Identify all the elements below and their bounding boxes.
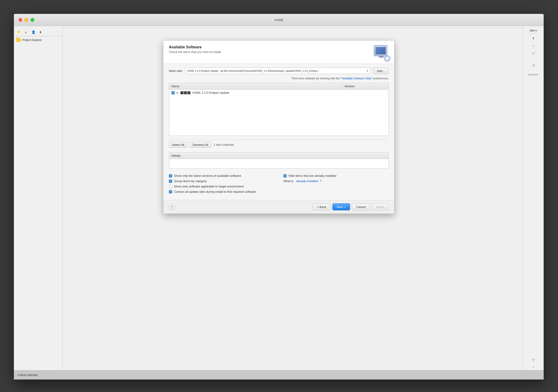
sites-text: Find more software by working with the [292, 77, 340, 80]
show-latest-checkbox[interactable]: ✓ [169, 174, 172, 177]
back-button[interactable]: < Back [313, 203, 331, 210]
status-bar: 0 items selected [14, 370, 544, 380]
sidebar-toolbar-btn-2[interactable]: ↙ [23, 29, 29, 35]
dialog-title: Available Software [169, 45, 222, 49]
details-header: Details [169, 152, 388, 159]
add-button[interactable]: Add... [373, 68, 389, 74]
table-row[interactable]: ✓ ▶ ⬛⬛⬛ KSDK 1.2.0 Eclipse Update [169, 89, 388, 96]
option-group-by-category: ✓ Group items by category [169, 179, 274, 183]
sidebar-toolbar-btn-3[interactable]: 👤 [30, 29, 36, 35]
show-latest-label: Show only the latest versions of availab… [174, 174, 241, 177]
window-body: 📁 ↙ 👤 ⬇ Project Explorer C/C++ T − □ [14, 26, 544, 380]
table-col-version: Version [342, 83, 388, 89]
option-contact-update-sites: ✓ Contact all update sites during instal… [169, 190, 274, 193]
option-show-applicable: Show only software applicable to target … [169, 185, 274, 188]
dialog-subtitle: Check the items that you wish to install… [169, 50, 222, 54]
maximize-button[interactable] [31, 18, 34, 22]
software-sites-row: Find more software by working with the "… [169, 77, 389, 80]
monitor-icon [374, 45, 387, 56]
group-by-category-checkbox[interactable]: ✓ [169, 180, 172, 183]
dialog-icon [374, 45, 389, 60]
tree-expand-arrow-icon[interactable]: ▶ [176, 91, 179, 94]
hide-installed-label: Hide items that are already installed [288, 174, 336, 177]
deselect-all-button[interactable]: Deselect All [190, 142, 211, 148]
show-applicable-checkbox[interactable] [169, 185, 172, 188]
main-window: Install 📁 ↙ 👤 ⬇ Project Explorer C/C++ [14, 14, 544, 380]
contact-update-sites-label: Contact all update sites during install … [174, 190, 256, 193]
sidebar-toolbar: 📁 ↙ 👤 ⬇ [14, 28, 62, 36]
table-header: Name Version [169, 83, 388, 89]
sidebar-toolbar-btn-1[interactable]: 📁 [16, 29, 22, 35]
hide-installed-checkbox[interactable]: ✓ [283, 174, 287, 177]
options-right: ✓ Hide items that are already installed … [283, 174, 389, 193]
monitor-screen [375, 47, 386, 54]
close-button[interactable] [18, 18, 22, 22]
dialog-overlay: Available Software Check the items that … [14, 38, 544, 380]
group-by-category-label: Group items by category [174, 179, 207, 183]
dialog-header: Available Software Check the items that … [163, 41, 394, 64]
work-with-label: Work with: [169, 69, 183, 73]
bottom-controls: Select All Deselect All 1 item selected [169, 139, 389, 149]
already-installed-link[interactable]: already installed [296, 179, 318, 183]
next-button[interactable]: Next > [332, 203, 350, 210]
dialog-footer: ? < Back Next > Cancel Finish [163, 200, 394, 214]
options-left: ✓ Show only the latest versions of avail… [169, 174, 274, 193]
dialog-header-text: Available Software Check the items that … [169, 45, 222, 54]
finish-button: Finish [372, 203, 389, 210]
cancel-button[interactable]: Cancel [352, 203, 370, 210]
dropdown-arrow-icon: ▼ [366, 70, 368, 72]
table-cell-name: ✓ ▶ ⬛⬛⬛ KSDK 1.2.0 Eclipse Update [169, 91, 342, 94]
cd-icon [384, 55, 391, 62]
package-icon-bars: ⬛⬛⬛ [180, 91, 191, 94]
install-dialog: Available Software Check the items that … [163, 40, 394, 214]
sidebar-toolbar-btn-4[interactable]: ⬇ [37, 29, 44, 35]
row-name: KSDK 1.2.0 Eclipse Update [192, 91, 229, 94]
status-text: 0 items selected [17, 374, 38, 377]
titlebar: Install [14, 14, 544, 26]
footer-buttons: < Back Next > Cancel Finish [313, 203, 389, 210]
options-section: ✓ Show only the latest versions of avail… [169, 171, 389, 196]
work-with-select-text: KSDK 1.2.0 Eclipse Update - jar:file:/Us… [187, 70, 321, 72]
select-all-button[interactable]: Select All [169, 142, 187, 148]
software-table: Name Version ✓ ▶ ⬛⬛⬛ KSDK 1.2.0 Eclipse … [169, 83, 389, 136]
question-mark-text: ? [320, 179, 321, 183]
monitor-stand [379, 56, 384, 58]
what-is-text: What is [283, 179, 293, 183]
right-panel-header: C/C++ [528, 28, 539, 34]
contact-update-sites-checkbox[interactable]: ✓ [169, 190, 172, 193]
option-hide-installed: ✓ Hide items that are already installed [283, 174, 389, 177]
help-button[interactable]: ? [169, 204, 175, 210]
main-toolbar [62, 26, 523, 28]
option-what-is-installed: What is already installed ? [283, 179, 389, 183]
right-panel-label: C/C++ [530, 29, 537, 32]
window-title: Install [275, 18, 283, 22]
work-with-dropdown[interactable]: KSDK 1.2.0 Eclipse Update - jar:file:/Us… [185, 68, 371, 74]
details-section: Details [169, 152, 389, 168]
row-checkbox[interactable]: ✓ [171, 91, 175, 94]
traffic-lights [18, 18, 34, 22]
show-applicable-label: Show only software applicable to target … [174, 185, 244, 188]
work-with-row: Work with: KSDK 1.2.0 Eclipse Update - j… [169, 68, 389, 74]
details-content [169, 159, 388, 168]
dialog-body: Work with: KSDK 1.2.0 Eclipse Update - j… [163, 64, 394, 200]
option-show-latest: ✓ Show only the latest versions of avail… [169, 174, 274, 177]
minimize-button[interactable] [25, 18, 28, 22]
table-col-name: Name [169, 83, 342, 89]
items-selected-text: 1 item selected [214, 143, 234, 147]
available-software-sites-link[interactable]: "Available Software Sites" [340, 77, 373, 80]
sites-suffix: preferences. [373, 77, 389, 80]
